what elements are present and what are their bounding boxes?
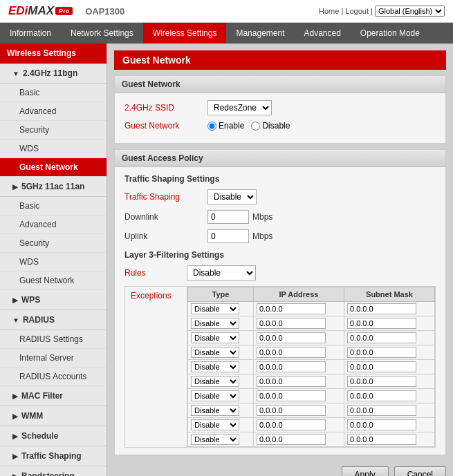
exception-ip-4[interactable] [257,361,326,372]
nav-operation-mode[interactable]: Operation Mode [351,23,429,44]
uplink-row: Uplink Mbps [124,229,436,243]
ssid-row: 2.4GHz SSID RedesZone [124,100,436,115]
exception-ip-2[interactable] [257,332,326,343]
table-row: DisableEnable [188,418,435,432]
exception-mask-8[interactable] [347,419,416,430]
sidebar-item-internal-server[interactable]: Internal Server [0,349,107,368]
exception-mask-3[interactable] [347,347,416,358]
exception-type-select-7[interactable]: DisableEnable [191,405,239,416]
exception-ip-8[interactable] [257,419,326,430]
sidebar-section-wmm[interactable]: ▶WMM [0,406,107,426]
sidebar-item-wds-24[interactable]: WDS [0,140,107,158]
sidebar-section-traffic-shaping[interactable]: ▶Traffic Shaping [0,446,107,466]
arrow-icon-traffic: ▶ [12,453,18,460]
language-select[interactable]: Global (English) [375,6,445,17]
apply-button[interactable]: Apply [342,466,389,476]
exceptions-table-wrapper: Type IP Address Subnet Mask DisableEnabl… [187,287,435,447]
sidebar-section-mac-filter[interactable]: ▶MAC Filter [0,386,107,406]
cancel-button[interactable]: Cancel [394,466,446,476]
enable-radio-label[interactable]: Enable [207,121,244,131]
arrow-icon-wmm: ▶ [12,412,18,420]
nav-wireless-settings[interactable]: Wireless Settings [143,23,227,44]
guest-network-label: Guest Network [124,121,207,131]
sidebar-item-guest-network-5[interactable]: Guest Network [0,272,107,290]
sidebar-item-advanced-5[interactable]: Advanced [0,216,107,234]
main-nav: Information Network Settings Wireless Se… [0,23,453,44]
sidebar-item-wds-5[interactable]: WDS [0,253,107,272]
exception-ip-7[interactable] [257,405,326,416]
nav-information[interactable]: Information [0,23,61,44]
rules-select[interactable]: Disable Enable [187,265,256,280]
downlink-unit: Mbps [252,212,272,222]
uplink-input[interactable] [207,229,249,243]
enable-label: Enable [219,121,244,131]
table-row: DisableEnable [188,302,435,316]
downlink-input[interactable] [207,210,249,224]
sidebar-item-basic-24[interactable]: Basic [0,84,107,102]
guest-access-section: Guest Access Policy Traffic Shaping Sett… [114,149,446,455]
exception-ip-3[interactable] [257,347,326,358]
uplink-unit: Mbps [252,231,272,241]
exception-type-select-8[interactable]: DisableEnable [191,419,239,430]
sidebar-item-radius-settings[interactable]: RADIUS Settings [0,330,107,349]
arrow-icon: ▼ [12,70,19,77]
layer3-settings-label: Layer 3-Filtering Settings [124,250,436,260]
exception-mask-2[interactable] [347,332,416,343]
exception-type-select-5[interactable]: DisableEnable [191,376,239,387]
exception-mask-6[interactable] [347,390,416,401]
nav-network-settings[interactable]: Network Settings [61,23,143,44]
home-link[interactable]: Home [319,7,339,15]
sidebar-item-radius-accounts[interactable]: RADIUS Accounts [0,368,107,386]
ssid-select[interactable]: RedesZone [207,100,272,115]
table-row: DisableEnable [188,331,435,345]
logout-link[interactable]: Logout [345,7,369,15]
sidebar-section-5ghz[interactable]: ▶5GHz 11ac 11an [0,177,107,197]
guest-access-section-header: Guest Access Policy [115,150,445,167]
sidebar-item-guest-network[interactable]: Guest Network [0,158,107,177]
nav-management[interactable]: Management [226,23,294,44]
exception-mask-5[interactable] [347,376,416,387]
table-row: DisableEnable [188,389,435,403]
sidebar-item-advanced-24[interactable]: Advanced [0,102,107,121]
exception-ip-6[interactable] [257,390,326,401]
sidebar-section-radius[interactable]: ▼RADIUS [0,310,107,330]
exception-ip-9[interactable] [257,434,326,445]
exception-mask-9[interactable] [347,434,416,445]
sidebar-section-bandsteering[interactable]: ▶Bandsteering [0,466,107,476]
disable-radio[interactable] [251,122,260,131]
exception-mask-7[interactable] [347,405,416,416]
sidebar-item-security-5[interactable]: Security [0,234,107,253]
exception-type-select-6[interactable]: DisableEnable [191,390,239,401]
sidebar-item-basic-5[interactable]: Basic [0,197,107,216]
ssid-label: 2.4GHz SSID [124,103,207,113]
exception-type-select-3[interactable]: DisableEnable [191,347,239,358]
nav-advanced[interactable]: Advanced [294,23,350,44]
traffic-shaping-select[interactable]: Disable Enable [207,189,257,204]
disable-radio-label[interactable]: Disable [251,121,290,131]
pro-badge: Pro [55,7,73,15]
exception-type-select-1[interactable]: DisableEnable [191,318,239,329]
rules-row: Rules Disable Enable [124,265,436,280]
traffic-shaping-row: Traffic Shaping Disable Enable [124,189,436,204]
exception-type-select-0[interactable]: DisableEnable [191,303,239,314]
exception-ip-0[interactable] [257,303,326,314]
device-name: OAP1300 [85,6,124,17]
sidebar-section-schedule[interactable]: ▶Schedule [0,426,107,446]
exception-ip-5[interactable] [257,376,326,387]
exception-type-select-2[interactable]: DisableEnable [191,332,239,343]
exception-ip-1[interactable] [257,318,326,329]
exception-type-select-4[interactable]: DisableEnable [191,361,239,372]
exceptions-label: Exceptions [125,287,187,447]
exception-mask-0[interactable] [347,303,416,314]
sidebar-item-security-24[interactable]: Security [0,121,107,140]
sidebar-section-wps[interactable]: ▶WPS [0,290,107,310]
main-content: Guest Network Guest Network 2.4GHz SSID … [107,44,453,476]
downlink-row: Downlink Mbps [124,210,436,224]
exception-type-select-9[interactable]: DisableEnable [191,434,239,445]
exception-mask-4[interactable] [347,361,416,372]
sidebar-section-24ghz[interactable]: ▼2.4GHz 11bgn [0,64,107,84]
enable-radio[interactable] [207,122,216,131]
arrow-icon-5: ▶ [12,183,18,191]
exception-mask-1[interactable] [347,318,416,329]
sidebar-title: Wireless Settings [0,44,107,64]
